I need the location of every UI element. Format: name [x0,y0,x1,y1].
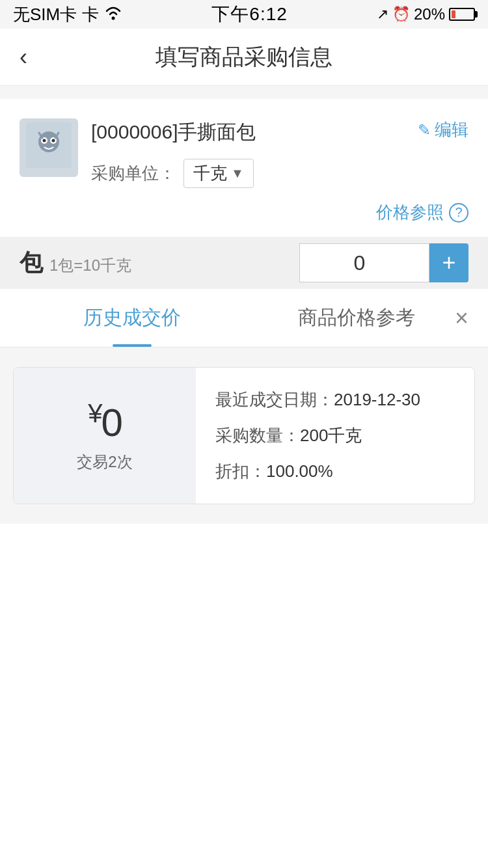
tab-active-indicator [113,344,152,347]
trade-count: 交易2次 [77,452,132,472]
unit-select[interactable]: 千克 ▼ [183,159,254,188]
recent-date-label: 最近成交日期： [215,390,334,409]
svg-point-5 [43,139,46,142]
wifi-icon [104,5,122,25]
battery-percent: 20% [414,5,445,23]
quantity-unit: 包 1包=10千克 [20,247,299,279]
edit-label: 编辑 [435,118,468,141]
battery-icon [449,8,475,21]
product-info: [0000006]手撕面包 采购单位： 千克 ▼ [91,118,418,188]
unit-value: 千克 [193,162,227,185]
tabs-bar: 历史成交价 商品价格参考 × [0,289,488,347]
discount-row: 折扣：100.00% [215,459,455,484]
svg-point-6 [52,139,55,142]
svg-point-0 [112,16,115,20]
nav-bar: ‹ 填写商品采购信息 [0,29,488,86]
product-card: [0000006]手撕面包 采购单位： 千克 ▼ ✎ 编辑 价格参照 ? [0,99,488,237]
status-bar: 无SIM卡 卡 下午6:12 ↗ ⏰ 20% [0,0,488,29]
purchase-qty-row: 采购数量：200千克 [215,423,455,448]
page-title: 填写商品采购信息 [156,42,332,72]
carrier-text: 无SIM卡 [13,3,77,26]
price-ref-row: 价格参照 ? [20,201,468,224]
unit-char: 包 [20,247,43,279]
edit-icon: ✎ [418,121,431,139]
sim-text: 卡 [82,3,99,26]
back-button[interactable]: ‹ [20,44,59,71]
product-left: [0000006]手撕面包 采购单位： 千克 ▼ [20,118,418,188]
tab-price-ref[interactable]: 商品价格参考 [244,289,468,347]
price-value: 0 [101,401,121,444]
status-time: 下午6:12 [211,2,288,27]
transaction-right: 最近成交日期：2019-12-30 采购数量：200千克 折扣：100.00% [196,368,474,504]
discount-label: 折扣： [215,461,266,481]
recent-date-row: 最近成交日期：2019-12-30 [215,387,455,413]
edit-button[interactable]: ✎ 编辑 [418,118,468,141]
location-icon: ↗ [377,6,388,23]
quantity-row: 包 1包=10千克 + [0,237,488,289]
discount-value: 100.00% [266,461,333,481]
product-unit-row: 采购单位： 千克 ▼ [91,159,418,188]
transaction-price: ¥0 [88,399,122,445]
bottom-space [0,524,488,868]
transaction-card: ¥0 交易2次 最近成交日期：2019-12-30 采购数量：200千克 折扣：… [13,367,475,504]
tab-history-label: 历史成交价 [83,305,181,331]
product-header: [0000006]手撕面包 采购单位： 千克 ▼ ✎ 编辑 [20,118,468,188]
alarm-icon: ⏰ [392,6,410,23]
product-name: [0000006]手撕面包 [91,118,418,146]
quantity-input-wrap: + [299,243,468,282]
purchase-qty-value: 200千克 [300,426,362,445]
yen-symbol: ¥ [88,399,101,427]
recent-date-value: 2019-12-30 [334,390,420,409]
chevron-down-icon: ▼ [231,166,244,181]
transaction-left: ¥0 交易2次 [14,368,196,504]
unit-label: 采购单位： [91,162,176,185]
tab-price-ref-label: 商品价格参考 [298,305,415,331]
close-button[interactable]: × [455,305,468,332]
tab-history-price[interactable]: 历史成交价 [20,289,244,347]
status-right: ↗ ⏰ 20% [377,5,475,23]
purchase-qty-label: 采购数量： [215,426,300,445]
help-icon[interactable]: ? [449,203,468,223]
unit-conversion: 1包=10千克 [49,255,131,276]
price-ref-link[interactable]: 价格参照 [376,201,444,224]
quantity-input[interactable] [299,243,429,282]
product-thumbnail [20,118,78,177]
status-left: 无SIM卡 卡 [13,3,122,26]
quantity-plus-button[interactable]: + [429,243,468,282]
product-thumb-icon [26,122,72,173]
